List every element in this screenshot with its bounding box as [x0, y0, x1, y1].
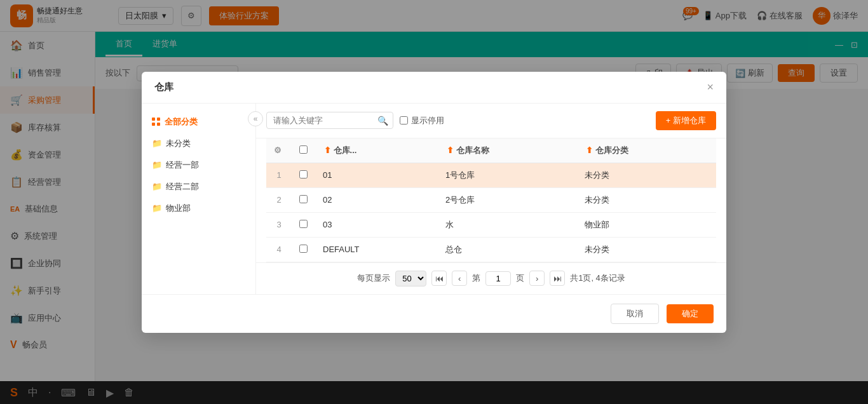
row-code: DEFAULT — [315, 237, 438, 262]
search-icon: 🔍 — [377, 116, 388, 126]
tree-all-label: 全部分类 — [165, 116, 198, 128]
tree-item-property[interactable]: 📁 物业部 — [142, 198, 255, 219]
table-row[interactable]: 1 01 1号仓库 未分类 — [266, 163, 716, 187]
next-page-button[interactable]: › — [529, 271, 545, 286]
cancel-button[interactable]: 取消 — [611, 304, 659, 324]
row-category: 未分类 — [577, 237, 716, 262]
category-tree-panel: « 全部分类 📁 未分类 📁 经营一部 📁 经营二部 — [142, 104, 256, 294]
row-select-checkbox[interactable] — [299, 170, 308, 178]
first-page-button[interactable]: ⏮ — [431, 271, 447, 286]
per-page-label: 每页显示 — [357, 273, 390, 284]
modal-overlay: 仓库 × « 全部分类 📁 未分类 📁 经营一部 — [0, 0, 868, 404]
table-row[interactable]: 3 03 水 物业部 — [266, 212, 716, 237]
last-page-button[interactable]: ⏭ — [550, 271, 565, 286]
pagination: 每页显示 50 ⏮ ‹ 第 页 › ⏭ 共1页, 4条记录 — [256, 262, 726, 294]
folder-icon: 📁 — [152, 138, 162, 148]
tree-item-all[interactable]: 全部分类 — [142, 111, 255, 133]
row-checkbox[interactable] — [292, 187, 315, 212]
modal-footer: 取消 确定 — [142, 294, 726, 333]
modal-body: « 全部分类 📁 未分类 📁 经营一部 📁 经营二部 — [142, 104, 726, 294]
tree-collapse-button[interactable]: « — [248, 111, 263, 126]
row-num: 1 — [266, 163, 292, 187]
tree-item-dept1[interactable]: 📁 经营一部 — [142, 154, 255, 176]
per-page-select[interactable]: 50 — [395, 271, 426, 286]
tree-item-dept2[interactable]: 📁 经营二部 — [142, 176, 255, 198]
show-disabled-checkbox[interactable]: 显示停用 — [400, 115, 444, 126]
tree-item-uncategorized[interactable]: 📁 未分类 — [142, 133, 255, 154]
show-disabled-input[interactable] — [400, 116, 408, 125]
row-name: 水 — [438, 212, 577, 237]
table-header: ⚙ ⬆ 仓库... ⬆ 仓库名称 ⬆ 仓库分类 — [266, 138, 716, 163]
row-num: 4 — [266, 237, 292, 262]
row-name: 2号仓库 — [438, 187, 577, 212]
page-number-input[interactable] — [485, 271, 511, 286]
gear-icon: ⚙ — [274, 145, 281, 155]
sort-icon3: ⬆ — [586, 145, 593, 155]
search-wrap: 🔍 — [266, 112, 393, 129]
search-input[interactable] — [266, 112, 393, 129]
row-checkbox[interactable] — [292, 212, 315, 237]
row-code: 03 — [315, 212, 438, 237]
tree-item-label: 经营一部 — [166, 159, 199, 171]
folder-icon: 📁 — [152, 160, 162, 170]
content-toolbar: 🔍 显示停用 + 新增仓库 — [256, 104, 726, 138]
row-checkbox[interactable] — [292, 237, 315, 262]
row-name: 总仓 — [438, 237, 577, 262]
row-category: 未分类 — [577, 187, 716, 212]
add-warehouse-button[interactable]: + 新增仓库 — [656, 111, 716, 130]
folder-icon: 📁 — [152, 203, 162, 213]
row-name: 1号仓库 — [438, 163, 577, 187]
row-code: 01 — [315, 163, 438, 187]
th-checkbox[interactable] — [292, 138, 315, 163]
row-code: 02 — [315, 187, 438, 212]
modal-title: 仓库 — [154, 81, 173, 93]
row-category: 物业部 — [577, 212, 716, 237]
th-name: ⬆ 仓库名称 — [438, 138, 577, 163]
confirm-button[interactable]: 确定 — [667, 304, 714, 323]
row-num: 3 — [266, 212, 292, 237]
page-label: 第 — [472, 273, 480, 284]
tree-item-label: 物业部 — [166, 203, 191, 214]
tree-item-label: 未分类 — [166, 138, 191, 149]
tree-item-label: 经营二部 — [166, 181, 199, 192]
row-num: 2 — [266, 187, 292, 212]
table-body: 1 01 1号仓库 未分类 2 02 2号仓库 — [266, 163, 716, 262]
table-row[interactable]: 4 DEFAULT 总仓 未分类 — [266, 237, 716, 262]
table-row[interactable]: 2 02 2号仓库 未分类 — [266, 187, 716, 212]
page-suffix: 页 — [516, 273, 524, 284]
row-select-checkbox[interactable] — [299, 195, 308, 203]
row-select-checkbox[interactable] — [299, 220, 308, 228]
folder-icon: 📁 — [152, 182, 162, 191]
warehouse-table-wrap: ⚙ ⬆ 仓库... ⬆ 仓库名称 ⬆ 仓库分类 1 01 — [256, 138, 726, 262]
sort-icon2: ⬆ — [447, 145, 454, 155]
warehouse-content-panel: 🔍 显示停用 + 新增仓库 ⚙ — [256, 104, 726, 294]
row-checkbox[interactable] — [292, 163, 315, 187]
th-code: ⬆ 仓库... — [315, 138, 438, 163]
modal-header: 仓库 × — [142, 72, 726, 104]
warehouse-table: ⚙ ⬆ 仓库... ⬆ 仓库名称 ⬆ 仓库分类 1 01 — [266, 138, 716, 262]
warehouse-modal: 仓库 × « 全部分类 📁 未分类 📁 经营一部 — [142, 72, 726, 333]
th-gear[interactable]: ⚙ — [266, 138, 292, 163]
modal-close-button[interactable]: × — [707, 81, 714, 94]
total-label: 共1页, 4条记录 — [570, 273, 625, 284]
select-all-checkbox[interactable] — [299, 145, 308, 154]
th-category: ⬆ 仓库分类 — [577, 138, 716, 163]
sort-icon: ⬆ — [324, 145, 331, 155]
row-category: 未分类 — [577, 163, 716, 187]
row-select-checkbox[interactable] — [299, 245, 308, 253]
show-disabled-label: 显示停用 — [411, 115, 444, 126]
prev-page-button[interactable]: ‹ — [452, 271, 467, 286]
grid-icon — [152, 118, 161, 126]
